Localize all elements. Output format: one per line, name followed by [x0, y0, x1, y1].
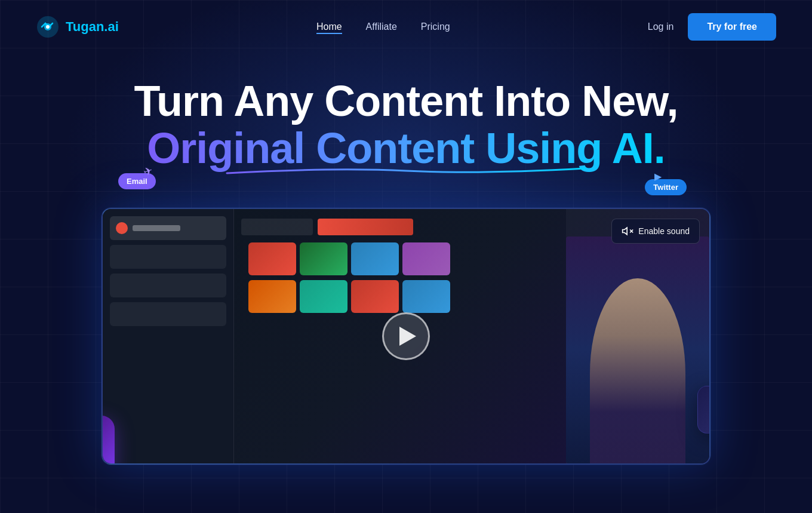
email-badge-label: Email	[127, 177, 147, 186]
twitter-arrow-icon: ▶	[654, 171, 662, 182]
enable-sound-label: Enable sound	[638, 226, 690, 236]
video-inner: Enable sound	[103, 209, 709, 463]
enable-sound-button[interactable]: Enable sound	[611, 219, 700, 244]
twitter-badge: Twitter	[645, 179, 687, 195]
svg-point-2	[46, 25, 50, 29]
video-player[interactable]: Enable sound f ☍	[102, 208, 710, 465]
mute-icon	[622, 225, 633, 237]
hero-title-line2: Original Content Using AI.	[147, 124, 665, 172]
thumbnail-row-2	[241, 280, 559, 313]
person-image	[566, 236, 709, 463]
thumbnail-row-1	[241, 242, 559, 275]
svg-marker-3	[623, 228, 628, 235]
try-free-button[interactable]: Try for free	[688, 13, 776, 41]
twitter-badge-label: Twitter	[653, 183, 678, 192]
hero-title: Turn Any Content Into New, Original Cont…	[0, 78, 812, 172]
video-right-panel	[566, 209, 709, 463]
logo-icon	[36, 15, 60, 39]
navbar: Tugan.ai Home Affiliate Pricing Log in T…	[0, 0, 812, 54]
nav-link-home[interactable]: Home	[316, 21, 342, 34]
logo[interactable]: Tugan.ai	[36, 15, 119, 39]
logo-text: Tugan.ai	[66, 19, 119, 35]
person-silhouette	[590, 278, 685, 463]
play-triangle-icon	[399, 327, 416, 346]
nav-item-home[interactable]: Home	[316, 21, 342, 32]
play-button[interactable]	[382, 312, 430, 360]
nav-item-affiliate[interactable]: Affiliate	[366, 21, 397, 32]
app-card: ☍	[102, 416, 115, 465]
login-button[interactable]: Log in	[648, 21, 674, 32]
facebook-icon: f	[709, 398, 710, 422]
nav-right: Log in Try for free	[648, 13, 776, 41]
nav-link-affiliate[interactable]: Affiliate	[366, 21, 397, 32]
hero-title-line1: Turn Any Content Into New,	[134, 77, 678, 125]
hero-section: Turn Any Content Into New, Original Cont…	[0, 54, 812, 178]
nav-item-pricing[interactable]: Pricing	[421, 21, 450, 32]
nav-links: Home Affiliate Pricing	[316, 21, 450, 32]
facebook-card: f	[697, 386, 710, 434]
nav-link-pricing[interactable]: Pricing	[421, 21, 450, 32]
video-sidebar	[103, 209, 234, 463]
